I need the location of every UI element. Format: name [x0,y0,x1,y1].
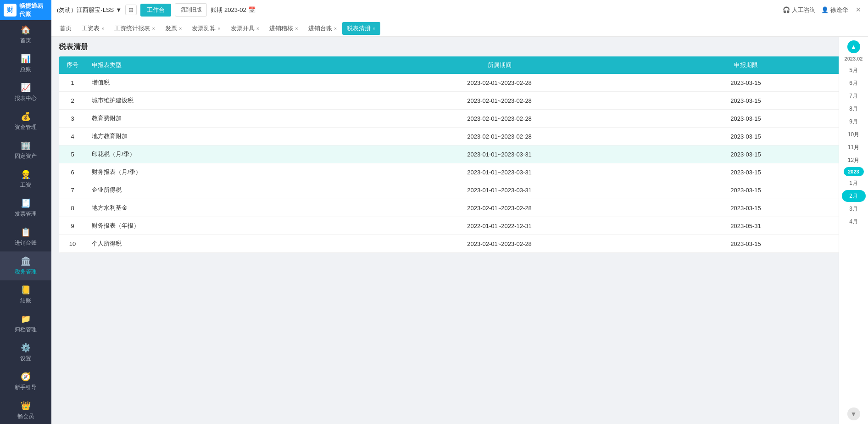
sidebar-item-guide[interactable]: 🧭 新手引导 [0,367,51,396]
cell-period: 2023-01-01~2023-03-31 [340,181,658,199]
tax-table: 序号 申报表类型 所属期间 申报期限 操作 1 增值税 2023-02-01~2… [59,56,861,253]
cell-period: 2023-02-01~2023-02-28 [340,110,658,128]
company-dropdown-icon: ▼ [116,6,122,13]
col-header-index: 序号 [59,56,86,74]
side-month-1[interactable]: 1月 [842,177,866,189]
side-month-12[interactable]: 12月 [842,154,866,166]
side-month-9[interactable]: 9月 [842,116,866,128]
sidebar-label-funds: 资金管理 [15,123,37,131]
tab-invoice-calc-label: 发票测算 [192,24,216,33]
side-month-7[interactable]: 7月 [842,90,866,102]
cell-period: 2023-01-01~2023-03-31 [340,163,658,181]
invoices-icon: 🧾 [21,198,31,208]
tab-payroll-stats-label: 工资统计报表 [114,24,150,33]
tab-payroll-stats[interactable]: 工资统计报表 × [110,22,159,35]
cell-index: 8 [59,199,86,217]
tab-tax-register[interactable]: 税表清册 × [342,22,380,35]
human-consult-btn[interactable]: 🎧 人工咨询 [783,6,816,14]
page-header: 税表清册 ↺ 刷新 [59,42,861,52]
cell-period: 2023-01-01~2023-03-31 [340,145,658,163]
reports-icon: 📈 [21,83,31,93]
side-month-11[interactable]: 11月 [842,141,866,153]
sidebar-label-assets: 固定资产 [15,152,37,160]
workspace-button[interactable]: 工作台 [140,4,171,17]
col-header-type: 申报表类型 [86,56,340,74]
sidebar-item-purchases[interactable]: 📋 进销台账 [0,223,51,251]
sidebar-item-tax[interactable]: 🏛️ 税务管理 [0,251,51,280]
tab-invoice-calc[interactable]: 发票测算 × [187,22,225,35]
tab-tax-register-close[interactable]: × [373,26,375,31]
tab-invoice-issue[interactable]: 发票开具 × [226,22,264,35]
tab-purchase-audit-close[interactable]: × [295,26,298,31]
tab-invoice-label: 发票 [165,24,177,33]
content-area: 税表清册 ↺ 刷新 序号 申报表类型 所属期间 申报期限 操作 [51,37,868,424]
cell-period: 2023-02-01~2023-02-28 [340,92,658,110]
side-month-3[interactable]: 3月 [842,203,866,215]
cell-name: 教育费附加 [86,110,340,128]
tab-purchase-ledger[interactable]: 进销台账 × [304,22,341,35]
old-mode-button[interactable]: 切到旧版 [175,3,207,17]
side-month-6[interactable]: 6月 [842,77,866,89]
archive-icon: 📁 [21,314,31,324]
table-body: 1 增值税 2023-02-01~2023-02-28 2023-03-15 📋… [59,74,861,253]
table-row: 10 个人所得税 2023-02-01~2023-02-28 2023-03-1… [59,235,861,253]
user-profile-btn[interactable]: 👤 徐逢华 [821,6,848,14]
table-row: 5 印花税（月/季） 2023-01-01~2023-03-31 2023-03… [59,145,861,163]
tab-purchase-audit[interactable]: 进销稽核 × [265,22,302,35]
sidebar-label-invoices: 发票管理 [15,210,37,218]
page-title: 税表清册 [59,42,88,52]
sidebar-item-reports[interactable]: 📈 报表中心 [0,78,51,107]
scroll-down-button[interactable]: ▼ [847,407,860,420]
tab-payroll-stats-close[interactable]: × [152,26,155,31]
guide-icon: 🧭 [21,372,31,382]
sidebar-label-settings: 设置 [20,355,31,363]
scroll-up-button[interactable]: ▲ [847,40,860,53]
sidebar-item-home[interactable]: 🏠 首页 [0,20,51,49]
table-row: 4 地方教育附加 2023-02-01~2023-02-28 2023-03-1… [59,128,861,145]
sidebar-item-payroll[interactable]: 👷 工资 [0,165,51,194]
sidebar-item-ledger[interactable]: 📊 总账 [0,49,51,78]
side-month-10[interactable]: 10月 [842,128,866,140]
company-name: (勿动）江西服宝-LSS [57,6,114,14]
tab-payroll[interactable]: 工资表 × [77,22,109,35]
cell-name: 地方水利基金 [86,199,340,217]
period-value: 2023-02 [224,6,246,13]
side-month-2-active[interactable]: 2月 [842,190,866,202]
sidebar-item-settings[interactable]: ⚙️ 设置 [0,338,51,367]
tab-tax-register-label: 税表清册 [347,24,371,33]
sidebar-item-invoices[interactable]: 🧾 发票管理 [0,194,51,223]
company-selector[interactable]: (勿动）江西服宝-LSS ▼ [57,6,122,14]
assets-icon: 🏢 [21,140,31,151]
tab-invoice[interactable]: 发票 × [161,22,186,35]
cell-deadline: 2023-03-15 [658,199,833,217]
copy-button[interactable]: ⊟ [125,5,137,15]
sidebar-item-archive[interactable]: 📁 归档管理 [0,309,51,338]
table-row: 1 增值税 2023-02-01~2023-02-28 2023-03-15 📋 [59,74,861,92]
sidebar-item-close[interactable]: 📒 结账 [0,280,51,309]
sidebar-item-vip[interactable]: 👑 畅会员 [0,396,51,424]
close-window-button[interactable]: × [854,5,862,15]
table-row: 9 财务报表（年报） 2022-01-01~2022-12-31 2023-05… [59,217,861,235]
tab-invoice-close[interactable]: × [179,26,182,31]
home-icon: 🏠 [21,25,31,35]
cell-index: 9 [59,217,86,235]
headset-icon: 🎧 [783,6,790,13]
cell-name: 印花税（月/季） [86,145,340,163]
tab-invoice-issue-close[interactable]: × [256,26,259,31]
cell-name: 增值税 [86,74,340,92]
tab-home[interactable]: 首页 [55,22,76,35]
sidebar-label-tax: 税务管理 [15,268,37,276]
side-month-5[interactable]: 5月 [842,64,866,76]
tax-table-wrapper: 序号 申报表类型 所属期间 申报期限 操作 1 增值税 2023-02-01~2… [59,56,861,253]
side-month-4[interactable]: 4月 [842,216,866,228]
side-month-8[interactable]: 8月 [842,103,866,115]
cell-index: 2 [59,92,86,110]
sidebar-item-assets[interactable]: 🏢 固定资产 [0,136,51,165]
sidebar-item-funds[interactable]: 💰 资金管理 [0,107,51,136]
tab-invoice-calc-close[interactable]: × [217,26,220,31]
username-label: 徐逢华 [830,6,848,14]
tab-purchase-ledger-close[interactable]: × [334,26,337,31]
tab-home-label: 首页 [60,24,72,33]
tab-payroll-close[interactable]: × [101,26,104,31]
side-calendar-panel: ▲ 2023.02 5月 6月 7月 8月 9月 10月 11月 12月 202… [839,37,868,424]
